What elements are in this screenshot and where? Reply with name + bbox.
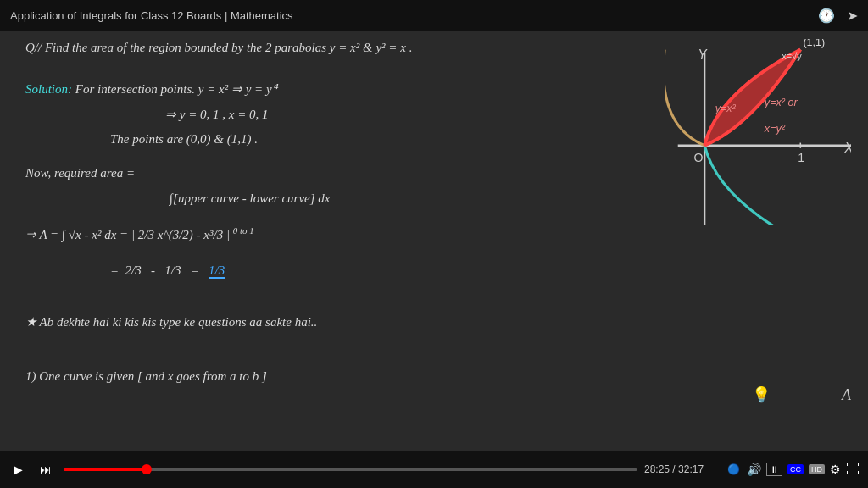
svg-text:X: X xyxy=(843,141,851,155)
progress-bar[interactable] xyxy=(64,468,637,471)
graph-svg: X Y O 1 y=x² or y=x² xyxy=(665,39,851,225)
controls-bar[interactable]: ▶ ⏭ 28:25 / 32:17 🔵 🔊 ⏸ CC HD ⚙ ⛶ xyxy=(0,451,868,488)
next-button[interactable]: ⏭ xyxy=(35,459,57,480)
svg-text:x=√y: x=√y xyxy=(782,51,802,61)
answer: 1/3 xyxy=(209,263,225,279)
annotation-icon: A xyxy=(842,386,851,404)
progress-fill xyxy=(64,468,147,471)
play-button[interactable]: ▶ xyxy=(8,459,28,480)
line4-text: Now, required area = xyxy=(25,166,135,180)
title-icons: 🕐 ➤ xyxy=(818,8,858,24)
line8: ★ Ab dekhte hai ki kis kis type ke quest… xyxy=(25,314,317,330)
settings-icon[interactable]: ⚙ xyxy=(830,463,841,476)
line6-text: ⇒ A = ∫ √x - x² dx = | 2/3 x^(3/2) - x³/… xyxy=(25,228,230,241)
fullscreen-icon[interactable]: ⛶ xyxy=(846,462,860,477)
progress-dot xyxy=(142,464,152,474)
line3: The points are (0,0) & (1,1) . xyxy=(110,132,258,147)
svg-text:Y: Y xyxy=(698,47,708,62)
svg-text:x=y²: x=y² xyxy=(764,123,786,135)
line2: ⇒ y = 0, 1 , x = 0, 1 xyxy=(165,107,269,122)
hd-badge[interactable]: HD xyxy=(809,464,825,474)
line2-text: ⇒ y = 0, 1 , x = 0, 1 xyxy=(165,108,269,121)
line7: = 2/3 - 1/3 = 1/3 xyxy=(110,263,225,278)
line9-text: 1) One curve is given [ and x goes from … xyxy=(25,369,267,383)
pause-bars[interactable]: ⏸ xyxy=(766,463,782,476)
line5: ∫[upper curve - lower curve] dx xyxy=(170,191,330,206)
lightbulb-icon: 💡 xyxy=(752,385,771,404)
volume-icon[interactable]: 🔊 xyxy=(747,463,761,476)
clock-icon[interactable]: 🕐 xyxy=(818,8,835,24)
svg-text:(1,1): (1,1) xyxy=(803,39,825,48)
line7-text: = 2/3 - 1/3 = xyxy=(110,263,209,277)
line3-text: The points are (0,0) & (1,1) . xyxy=(110,132,258,146)
line1-text: For intersection points. y = x² ⇒ y = y⁴ xyxy=(75,82,277,96)
question-text: Q// Find the area of the region bounded … xyxy=(25,41,412,54)
line5-text: ∫[upper curve - lower curve] dx xyxy=(170,191,330,205)
graph-area: X Y O 1 y=x² or y=x² xyxy=(665,39,851,225)
line8-text: ★ Ab dekhte hai ki kis kis type ke quest… xyxy=(25,315,317,329)
solution-line: Solution: For intersection points. y = x… xyxy=(25,81,277,97)
share-icon[interactable]: ➤ xyxy=(847,8,858,24)
svg-text:O: O xyxy=(694,151,704,164)
line4: Now, required area = xyxy=(25,166,135,180)
cc-badge[interactable]: CC xyxy=(787,464,804,474)
line6b-text: 0 to 1 xyxy=(233,225,254,236)
title-bar: Application of Integrals for Class 12 Bo… xyxy=(0,0,868,30)
time-display: 28:25 / 32:17 xyxy=(644,463,721,475)
solution-label: Solution: xyxy=(25,82,72,96)
svg-text:1: 1 xyxy=(798,151,804,164)
right-controls: 🔊 ⏸ CC HD ⚙ ⛶ xyxy=(747,462,860,477)
main-content: Q// Find the area of the region bounded … xyxy=(0,30,868,451)
question-line: Q// Find the area of the region bounded … xyxy=(25,41,412,55)
page-title: Application of Integrals for Class 12 Bo… xyxy=(10,9,293,22)
line9: 1) One curve is given [ and x goes from … xyxy=(25,369,267,384)
live-indicator: 🔵 xyxy=(727,463,740,475)
line6: ⇒ A = ∫ √x - x² dx = | 2/3 x^(3/2) - x³/… xyxy=(25,225,254,242)
svg-text:y=x²: y=x² xyxy=(715,103,737,114)
svg-text:y=x² or: y=x² or xyxy=(764,97,798,108)
